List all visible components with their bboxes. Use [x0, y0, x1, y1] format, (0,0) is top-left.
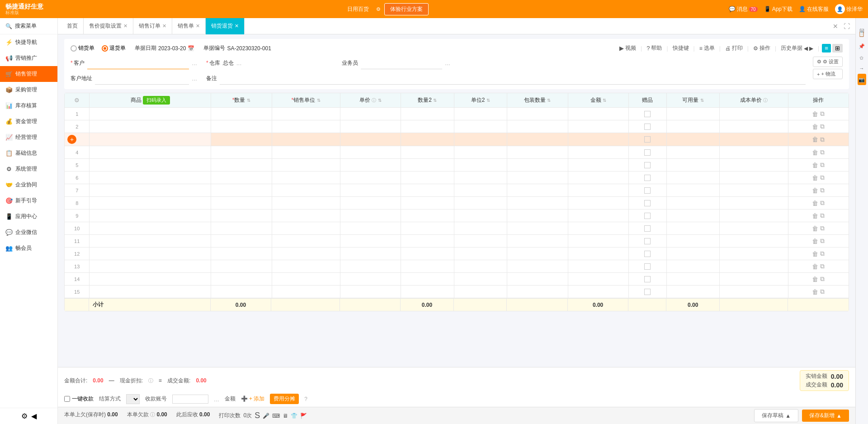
tab-home[interactable]: 首页 [61, 18, 84, 34]
copy-btn[interactable]: ⧉ [820, 199, 825, 207]
qty-cell[interactable] [211, 108, 272, 120]
delete-btn[interactable]: 🗑 [812, 237, 818, 245]
copy-btn[interactable]: ⧉ [820, 110, 825, 118]
copy-btn[interactable]: ⧉ [820, 148, 825, 156]
radio-return[interactable]: 退货单 [102, 44, 126, 52]
delete-btn[interactable]: 🗑 [812, 288, 818, 295]
customer-input[interactable] [87, 57, 189, 69]
available-sort-icon[interactable]: ⇅ [700, 98, 704, 103]
message-btn[interactable]: 💬 消息 70 [729, 5, 758, 13]
tab-sale-order[interactable]: 销售订单 ✕ [133, 18, 172, 34]
copy-btn[interactable]: ⧉ [820, 275, 825, 283]
sale-unit-sort-icon[interactable]: ⇅ [317, 98, 321, 103]
gift-checkbox[interactable] [644, 263, 651, 270]
one-click-payment[interactable]: 一键收款 [64, 395, 94, 403]
gift-checkbox[interactable] [644, 200, 651, 206]
form-settings-btn[interactable]: ⚙ ⚙ 设置 [813, 57, 843, 67]
delete-btn[interactable]: 🗑 [812, 136, 818, 143]
account-dots[interactable]: ... [214, 395, 219, 403]
gift-checkbox[interactable] [644, 225, 651, 232]
video-btn[interactable]: ▶ 视频 [618, 43, 638, 53]
sidebar-item-quick-nav[interactable]: ⚡ 快捷导航 [0, 34, 57, 50]
copy-btn[interactable]: ⧉ [820, 262, 825, 270]
tab-sale-delivery-close[interactable]: ✕ [196, 23, 200, 29]
cost-info-icon[interactable]: ⓘ [763, 98, 768, 103]
overdue-info-icon[interactable]: ⓘ [150, 412, 155, 417]
sidebar-item-basic-info[interactable]: 📋 基础信息 [0, 145, 57, 161]
history-btn[interactable]: 历史单据 ◀ ▶ [779, 43, 815, 53]
price-info-icon[interactable]: ⓘ [372, 98, 376, 103]
cost-price-cell[interactable] [720, 108, 788, 120]
page-close-btn[interactable]: ✕ [831, 23, 840, 30]
user-profile-btn[interactable]: 👤 徐泽华 [835, 4, 863, 14]
form-logistics-btn[interactable]: + + 物流 [813, 69, 843, 79]
sidebar-collapse-btn[interactable]: ◀ [31, 412, 37, 420]
bill-no-value[interactable]: SA-20230320-001 [227, 45, 271, 52]
page-maximize-btn[interactable]: ⛶ [842, 23, 852, 30]
trial-btn[interactable]: 体验行业方案 [384, 3, 429, 15]
sidebar-item-finance[interactable]: 💰 资金管理 [0, 114, 57, 129]
right-btn-2[interactable]: 📋 [858, 28, 866, 39]
product-input-active[interactable] [92, 136, 208, 143]
gift-checkbox[interactable] [644, 175, 651, 181]
copy-btn[interactable]: ⧉ [820, 174, 825, 181]
date-value[interactable]: 2023-03-20 [158, 45, 186, 52]
qty-sort-icon[interactable]: ⇅ [247, 98, 250, 103]
gift-checkbox[interactable] [644, 187, 651, 194]
sidebar-item-member[interactable]: 👥 畅会员 [0, 240, 57, 256]
amount-cell[interactable] [568, 108, 628, 120]
sidebar-item-inventory[interactable]: 📊 库存核算 [0, 98, 57, 114]
one-click-checkbox[interactable] [64, 396, 70, 402]
gift-checkbox[interactable] [644, 162, 651, 168]
delete-btn[interactable]: 🗑 [812, 123, 818, 130]
copy-btn[interactable]: ⧉ [820, 186, 825, 194]
unit2-sort-icon[interactable]: ⇅ [486, 98, 490, 103]
available-cell[interactable] [666, 108, 720, 120]
copy-btn[interactable]: ⧉ [820, 212, 825, 219]
copy-btn[interactable]: ⧉ [820, 123, 825, 130]
sidebar-item-operations[interactable]: 📈 经营管理 [0, 129, 57, 145]
delete-btn[interactable]: 🗑 [812, 224, 818, 232]
radio-sale[interactable]: 销货单 [71, 44, 94, 52]
delete-btn[interactable]: 🗑 [812, 148, 818, 156]
delete-btn[interactable]: 🗑 [812, 110, 818, 118]
pack-qty-cell[interactable] [507, 108, 568, 120]
save-new-btn[interactable]: 保存&新增 ▲ [802, 410, 849, 422]
online-service-btn[interactable]: 👤 在线客服 [799, 5, 829, 13]
account-input[interactable] [172, 395, 208, 404]
add-payment-btn[interactable]: ➕ + 添加 [241, 395, 265, 403]
unit-price-cell[interactable] [340, 108, 401, 120]
amount-sort-icon[interactable]: ⇅ [603, 98, 606, 103]
help-btn[interactable]: ? 帮助 [645, 43, 664, 53]
qty2-cell[interactable] [401, 108, 454, 120]
copy-btn[interactable]: ⧉ [820, 288, 825, 295]
copy-btn[interactable]: ⧉ [820, 224, 825, 232]
copy-btn[interactable]: ⧉ [820, 161, 825, 169]
sidebar-item-marketing[interactable]: 📢 营销推广 [0, 50, 57, 66]
sidebar-item-newbie[interactable]: 🎯 新手引导 [0, 193, 57, 209]
select-btn[interactable]: ≡ 选单 [698, 43, 717, 53]
sidebar-item-app-center[interactable]: 📱 应用中心 [0, 209, 57, 224]
tab-sale-return[interactable]: 销货退货 ✕ [206, 18, 245, 34]
right-btn-5[interactable]: ↑ [858, 65, 866, 73]
gift-checkbox[interactable] [644, 124, 651, 130]
gift-checkbox[interactable] [644, 111, 651, 117]
unit2-cell[interactable] [454, 108, 507, 120]
fees-info-icon[interactable]: ? [304, 396, 307, 402]
view-list-btn[interactable]: ≡ [822, 44, 831, 52]
copy-btn[interactable]: ⧉ [820, 250, 825, 257]
gift-checkbox[interactable] [644, 289, 651, 295]
delete-btn[interactable]: 🗑 [812, 174, 818, 181]
tab-sale-price-close[interactable]: ✕ [123, 23, 127, 29]
qty2-sort-icon[interactable]: ⇅ [433, 98, 437, 103]
right-btn-3[interactable]: 📌 [858, 40, 866, 52]
sidebar-item-sales-mgmt[interactable]: 🛒 销售管理 [0, 66, 57, 82]
delete-btn[interactable]: 🗑 [812, 186, 818, 194]
sidebar-item-purchase[interactable]: 📦 采购管理 [0, 82, 57, 98]
view-grid-btn[interactable]: ⊞ [832, 44, 843, 52]
tab-sale-order-close[interactable]: ✕ [162, 23, 166, 29]
nav-dropdown-btn[interactable]: 日用百货 [344, 4, 373, 15]
delete-btn[interactable]: 🗑 [812, 262, 818, 270]
delete-btn[interactable]: 🗑 [812, 250, 818, 257]
table-settings-icon[interactable]: ⚙ [74, 97, 80, 104]
